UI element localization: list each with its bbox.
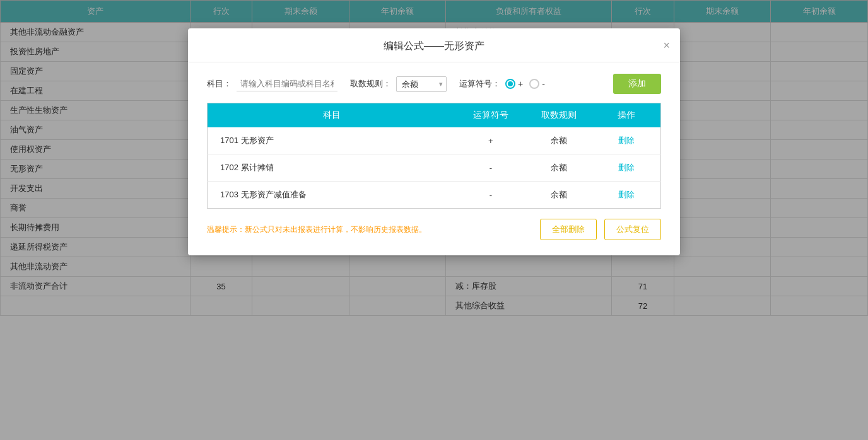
minus-label: - bbox=[542, 79, 545, 89]
modal-title: 编辑公式——无形资产 bbox=[384, 40, 484, 53]
rule-group: 取数规则： 余额 借方 贷方 借方累计 贷方累计 bbox=[350, 76, 447, 92]
operator-group: 运算符号： + - bbox=[459, 78, 545, 90]
th-rule: 取数规则 bbox=[525, 103, 593, 128]
cell-operator: - bbox=[457, 154, 525, 182]
th-subject: 科目 bbox=[208, 103, 457, 128]
th-operator: 运算符号 bbox=[457, 103, 525, 128]
cell-action: 删除 bbox=[593, 127, 661, 154]
table-row: 1701 无形资产+余额删除 bbox=[208, 127, 661, 154]
table-row: 1703 无形资产减值准备-余额删除 bbox=[208, 182, 661, 209]
subject-input[interactable] bbox=[237, 76, 337, 91]
reset-button[interactable]: 公式复位 bbox=[604, 219, 661, 240]
operator-plus-radio[interactable]: + bbox=[505, 79, 523, 89]
edit-formula-modal: 编辑公式——无形资产 × 科目： 取数规则： 余额 借方 贷方 借方累计 贷方累… bbox=[188, 28, 680, 255]
delete-row-button[interactable]: 删除 bbox=[618, 162, 635, 173]
subject-label: 科目： bbox=[207, 78, 232, 90]
plus-label: + bbox=[518, 79, 523, 89]
cell-subject: 1703 无形资产减值准备 bbox=[208, 182, 457, 209]
close-button[interactable]: × bbox=[663, 40, 670, 51]
modal-footer: 温馨提示：新公式只对未出报表进行计算，不影响历史报表数据。 全部删除 公式复位 bbox=[188, 209, 680, 243]
cell-rule: 余额 bbox=[525, 182, 593, 209]
tip-text: 温馨提示：新公式只对未出报表进行计算，不影响历史报表数据。 bbox=[207, 224, 426, 235]
modal-overlay: 编辑公式——无形资产 × 科目： 取数规则： 余额 借方 贷方 借方累计 贷方累… bbox=[0, 0, 868, 440]
operator-radio-group: + - bbox=[505, 79, 545, 89]
cell-action: 删除 bbox=[593, 154, 661, 182]
operator-label: 运算符号： bbox=[459, 78, 500, 90]
cell-action: 删除 bbox=[593, 182, 661, 209]
add-button[interactable]: 添加 bbox=[613, 74, 661, 94]
formula-table: 科目 运算符号 取数规则 操作 1701 无形资产+余额删除1702 累计摊销-… bbox=[207, 103, 661, 209]
modal-header: 编辑公式——无形资产 × bbox=[188, 28, 680, 62]
cell-rule: 余额 bbox=[525, 154, 593, 182]
cell-rule: 余额 bbox=[525, 127, 593, 154]
cell-subject: 1701 无形资产 bbox=[208, 127, 457, 154]
footer-buttons: 全部删除 公式复位 bbox=[540, 219, 661, 240]
minus-radio-circle bbox=[529, 79, 539, 89]
operator-minus-radio[interactable]: - bbox=[529, 79, 545, 89]
delete-row-button[interactable]: 删除 bbox=[618, 135, 635, 146]
plus-radio-circle bbox=[505, 79, 515, 89]
delete-row-button[interactable]: 删除 bbox=[618, 189, 635, 200]
subject-group: 科目： bbox=[207, 76, 337, 91]
th-action: 操作 bbox=[593, 103, 661, 128]
rule-label: 取数规则： bbox=[350, 78, 391, 90]
table-row: 1702 累计摊销-余额删除 bbox=[208, 154, 661, 182]
rule-select[interactable]: 余额 借方 贷方 借方累计 贷方累计 bbox=[396, 76, 447, 92]
delete-all-button[interactable]: 全部删除 bbox=[540, 219, 597, 240]
table-header-row: 科目 运算符号 取数规则 操作 bbox=[208, 103, 661, 128]
cell-operator: + bbox=[457, 127, 525, 154]
cell-subject: 1702 累计摊销 bbox=[208, 154, 457, 182]
form-row: 科目： 取数规则： 余额 借方 贷方 借方累计 贷方累计 运算符号： bbox=[188, 62, 680, 103]
rule-select-wrap: 余额 借方 贷方 借方累计 贷方累计 bbox=[396, 76, 447, 92]
cell-operator: - bbox=[457, 182, 525, 209]
